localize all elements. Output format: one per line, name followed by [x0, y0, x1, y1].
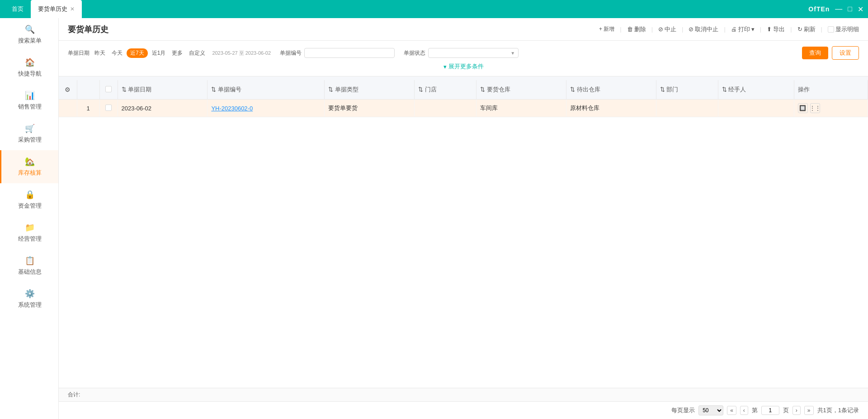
delete-label: 删除 — [634, 25, 646, 33]
settings-button[interactable]: 设置 — [832, 46, 859, 60]
row-checkbox[interactable] — [105, 105, 112, 111]
doc-status-select[interactable] — [428, 48, 519, 58]
filter-area: 单据日期 昨天 今天 近7天 近1月 更多 自定义 2023-05-27 至 2… — [59, 41, 868, 76]
search-icon: 🔍 — [25, 24, 35, 34]
expand-more-btn[interactable]: ▾ 展开更多条件 — [68, 60, 859, 72]
doc-no-link[interactable]: YH-20230602-0 — [211, 105, 253, 112]
sidebar-item-inventory[interactable]: 🏡 库存核算 — [0, 150, 58, 183]
table-settings-icon[interactable]: ⚙ — [63, 85, 73, 95]
refresh-button[interactable]: ↻ 刷新 — [797, 25, 816, 33]
sidebar-item-operations[interactable]: 📁 经营管理 — [0, 216, 58, 249]
date-btn-today[interactable]: 今天 — [109, 49, 125, 57]
per-page-select[interactable]: 50 100 200 — [698, 405, 723, 415]
last-page-btn[interactable]: » — [804, 406, 814, 415]
date-shortcuts: 昨天 今天 近7天 近1月 更多 自定义 — [92, 48, 208, 58]
expand-label: 展开更多条件 — [448, 62, 484, 71]
td-handler — [718, 100, 794, 117]
th-pending-warehouse[interactable]: ⇅ 待出仓库 — [566, 80, 656, 100]
tab-home[interactable]: 首页 — [5, 0, 31, 18]
footer-sum-label: 合计: — [68, 391, 80, 399]
page-header: 要货单历史 + 新增 | 🗑 删除 | ⊘ 中止 | ⊘ 取消中止 | — [59, 18, 868, 41]
td-req-warehouse: 车间库 — [476, 100, 566, 117]
th-req-warehouse[interactable]: ⇅ 要货仓库 — [476, 80, 566, 100]
sidebar-item-basic-label: 基础信息 — [18, 268, 42, 276]
cancel-stop-button[interactable]: ⊘ 取消中止 — [689, 25, 718, 33]
date-btn-custom[interactable]: 自定义 — [187, 49, 208, 57]
doc-number-input[interactable] — [304, 48, 395, 58]
sidebar-item-inventory-label: 库存核算 — [18, 169, 42, 177]
finance-icon: 🔒 — [25, 190, 35, 200]
top-bar: 首页 要货单历史 ✕ OfTEn — □ ✕ — [0, 0, 868, 18]
data-table: ⚙ ⇅ 单据日期 ⇅ 单据编号 ⇅ 单据类型 ⇅ 门店 ⇅ 要货仓库 ⇅ 待出仓… — [59, 80, 868, 117]
sidebar-item-sales[interactable]: 📊 销售管理 — [0, 84, 58, 117]
sidebar-item-purchase-label: 采购管理 — [18, 136, 42, 144]
stop-label: 中止 — [665, 25, 676, 33]
display-detail-toggle[interactable]: 显示明细 — [828, 25, 859, 33]
home-icon: 🏠 — [25, 57, 35, 67]
window-maximize-btn[interactable]: □ — [848, 5, 852, 13]
th-doc-type[interactable]: ⇅ 单据类型 — [325, 80, 415, 100]
tab-close-icon[interactable]: ✕ — [70, 6, 75, 12]
window-close-btn[interactable]: ✕ — [858, 5, 863, 14]
sidebar-item-finance[interactable]: 🔒 资金管理 — [0, 183, 58, 216]
tab-yaohuodan[interactable]: 要货单历史 ✕ — [31, 0, 82, 18]
td-num: 1 — [77, 100, 99, 117]
display-detail-label: 显示明细 — [835, 25, 859, 33]
row-view-icon[interactable]: 🔲 — [798, 103, 808, 113]
date-btn-7days[interactable]: 近7天 — [127, 48, 148, 58]
date-btn-yesterday[interactable]: 昨天 — [92, 49, 108, 57]
delete-icon: 🗑 — [627, 26, 633, 33]
export-button[interactable]: ⬆ 导出 — [767, 25, 785, 33]
window-minimize-btn[interactable]: — — [835, 5, 842, 13]
sidebar-item-quicknav-label: 快捷导航 — [18, 70, 42, 78]
page-input[interactable] — [761, 406, 779, 415]
sidebar-item-system[interactable]: ⚙️ 系统管理 — [0, 282, 58, 315]
table-container: ⚙ ⇅ 单据日期 ⇅ 单据编号 ⇅ 单据类型 ⇅ 门店 ⇅ 要货仓库 ⇅ 待出仓… — [59, 80, 868, 388]
total-label: 共1页，1条记录 — [817, 406, 859, 414]
sidebar-item-purchase[interactable]: 🛒 采购管理 — [0, 117, 58, 150]
tab-home-label: 首页 — [12, 5, 24, 13]
next-page-btn[interactable]: › — [793, 406, 801, 415]
top-bar-right: OfTEn — □ ✕ — [808, 5, 863, 14]
query-button[interactable]: 查询 — [802, 47, 828, 59]
row-more-icon[interactable]: ⋮⋮ — [810, 103, 820, 113]
th-operation: 操作 — [794, 80, 868, 100]
first-page-btn[interactable]: « — [727, 406, 736, 415]
sidebar-item-basic[interactable]: 📋 基础信息 — [0, 249, 58, 282]
td-operation: 🔲 ⋮⋮ — [794, 100, 868, 117]
sidebar-item-search[interactable]: 🔍 搜索菜单 — [0, 18, 58, 51]
basic-icon: 📋 — [25, 256, 35, 266]
prev-page-btn[interactable]: ‹ — [740, 406, 748, 415]
stop-button[interactable]: ⊘ 中止 — [658, 25, 676, 33]
sidebar-item-operations-label: 经营管理 — [18, 235, 42, 243]
td-check — [99, 100, 118, 117]
sidebar-item-search-label: 搜索菜单 — [18, 37, 42, 45]
print-button[interactable]: 🖨 打印 ▾ — [731, 25, 755, 33]
th-num — [77, 80, 99, 100]
td-store — [414, 100, 476, 117]
expand-icon: ▾ — [443, 63, 447, 70]
th-handler[interactable]: ⇅ 经手人 — [718, 80, 794, 100]
th-store[interactable]: ⇅ 门店 — [414, 80, 476, 100]
pagination-bar: 每页显示 50 100 200 « ‹ 第 页 › » 共1页，1条记录 — [59, 401, 868, 419]
sales-icon: 📊 — [25, 90, 35, 100]
date-btn-1month[interactable]: 近1月 — [150, 49, 168, 57]
page-label: 第 — [752, 406, 758, 414]
stop-icon: ⊘ — [658, 26, 663, 33]
print-dropdown-icon[interactable]: ▾ — [751, 26, 755, 33]
doc-status-label: 单据状态 — [404, 49, 425, 57]
display-detail-checkbox[interactable] — [828, 26, 834, 33]
th-date[interactable]: ⇅ 单据日期 — [118, 80, 208, 100]
th-department[interactable]: ⇅ 部门 — [656, 80, 718, 100]
sidebar-item-quicknav[interactable]: 🏠 快捷导航 — [0, 51, 58, 84]
doc-number-filter-group: 单据编号 — [280, 48, 395, 58]
date-filter-label: 单据日期 — [68, 49, 90, 57]
delete-button[interactable]: 🗑 删除 — [627, 25, 646, 33]
new-button[interactable]: + 新增 — [599, 25, 614, 33]
th-doc-no[interactable]: ⇅ 单据编号 — [208, 80, 325, 100]
export-label: 导出 — [773, 25, 785, 33]
page-suffix: 页 — [783, 406, 789, 414]
date-btn-more[interactable]: 更多 — [170, 49, 185, 57]
page-title: 要货单历史 — [68, 24, 108, 35]
table-select-all-checkbox[interactable] — [105, 86, 112, 92]
